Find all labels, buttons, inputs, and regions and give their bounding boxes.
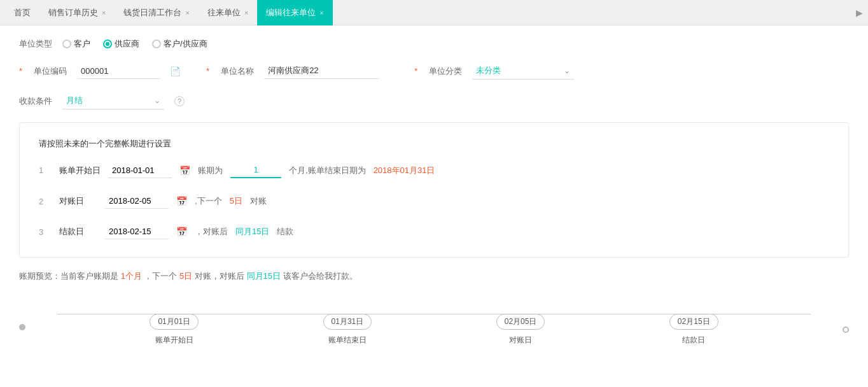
unit-code-label: 单位编码 [34,66,67,77]
period-num-1: 1 [39,165,52,175]
period-months-input[interactable] [230,162,281,178]
radio-customer[interactable]: 客户 [62,38,90,50]
radio-supplier[interactable]: 供应商 [103,38,139,50]
tab-sales-history-label: 销售订单历史 [48,7,98,18]
period-label-2: 对账日 [59,195,97,207]
timeline-node-2: 01月31日 [323,314,372,330]
unit-type-row: 单位类型 客户 供应商 客户/供应商 [19,38,849,50]
radio-both-circle [152,39,161,48]
period-date-3-icon[interactable]: 📅 [176,227,187,237]
period-desc-suffix-2: 对账 [250,195,267,207]
preview-part1: 1个月 [121,271,142,281]
period-end-date-1: 2018年01月31日 [374,165,435,176]
payment-terms-help[interactable]: ? [174,96,185,106]
radio-customer-label: 客户 [74,38,90,50]
period-num-2: 2 [39,197,52,206]
timeline-node-label-3: 对账日 [509,335,532,346]
unit-category-required: * [414,66,417,76]
period-desc-prefix-2: ,下一个 [195,195,222,207]
timeline-item-4: 02月15日 结款日 [669,314,718,346]
radio-both-label: 客户/供应商 [164,38,207,50]
tab-cash-work-label: 钱货日清工作台 [123,7,181,18]
period-desc-prefix-1: 账期为 [198,165,223,176]
period-desc-suffix-3: 结款 [277,226,293,237]
timeline-node-label-4: 结款日 [682,335,705,346]
tab-cash-work[interactable]: 钱货日清工作台 × [115,0,198,25]
timeline-end-dot [843,327,849,333]
period-label-3: 结款日 [59,226,97,237]
period-row-1: 1 账单开始日 📅 账期为 个月,账单结束日期为 2018年01月31日 [39,162,829,178]
unit-code-icon[interactable]: 📄 [170,66,181,76]
radio-customer-circle [62,39,71,48]
radio-supplier-label: 供应商 [115,38,139,50]
period-date-2[interactable] [105,194,169,209]
payment-terms-select[interactable]: 月结 ⌄ [62,92,164,109]
unit-name-label: 单位名称 [221,66,254,77]
preview-mid2: 对账，对账后 [195,271,244,281]
unit-category-label: 单位分类 [429,66,462,77]
timeline-node-3: 02月05日 [496,314,545,330]
payment-terms-value: 月结 [66,95,151,106]
tab-home-label: 首页 [14,7,31,18]
timeline-item-3: 02月05日 对账日 [496,314,545,346]
preview-part2: 5日 [179,271,192,281]
tab-partner[interactable]: 往来单位 × [199,0,257,25]
period-date-1-icon[interactable]: 📅 [179,165,190,176]
unit-code-input[interactable] [77,64,160,79]
timeline-node-label-2: 账单结束日 [328,335,367,346]
unit-type-label: 单位类型 [19,38,52,50]
period-highlight-3: 同月15日 [235,226,269,237]
period-row-3: 3 结款日 📅 ，对账后 同月15日 结款 [39,224,829,239]
period-date-2-icon[interactable]: 📅 [176,196,187,206]
timeline-node-1: 01月01日 [150,314,199,330]
period-box-title: 请按照未来的一个完整帐期进行设置 [39,138,829,150]
timeline-item-2: 01月31日 账单结束日 [323,314,372,346]
unit-name-input[interactable] [264,64,379,79]
payment-terms-row: 收款条件 月结 ⌄ ? [19,92,849,109]
page-content: 单位类型 客户 供应商 客户/供应商 * 单位编码 📄 * 单位名称 * 单位分… [0,25,868,387]
radio-supplier-circle [103,39,112,48]
radio-both[interactable]: 客户/供应商 [152,38,207,50]
tab-bar-arrow[interactable]: ▶ [856,8,863,18]
period-desc-prefix-3: ，对账后 [195,226,228,237]
tab-bar: 首页 销售订单历史 × 钱货日清工作台 × 往来单位 × 编辑往来单位 × ▶ [0,0,868,25]
period-row-2: 2 对账日 📅 ,下一个 5日 对账 [39,194,829,209]
tab-edit-partner[interactable]: 编辑往来单位 × [257,0,332,25]
period-label-1: 账单开始日 [59,165,101,176]
unit-name-required: * [206,66,209,76]
preview-part3: 同月15日 [247,271,281,281]
tab-edit-partner-label: 编辑往来单位 [266,7,316,18]
tab-partner-close[interactable]: × [244,9,248,17]
preview-suffix: 该客户会给我打款。 [283,271,358,281]
unit-category-arrow: ⌄ [564,66,570,75]
timeline: 01月01日 账单开始日 01月31日 账单结束日 02月05日 对账日 02月… [19,301,849,365]
timeline-item-1: 01月01日 账单开始日 [150,314,199,346]
radio-group-unit-type: 客户 供应商 客户/供应商 [62,38,207,50]
unit-category-select[interactable]: 未分类 ⌄ [472,62,574,80]
unit-category-value: 未分类 [476,65,561,76]
tab-sales-history-close[interactable]: × [102,9,106,17]
timeline-items: 01月01日 账单开始日 01月31日 账单结束日 02月05日 对账日 02月… [19,314,849,346]
period-settings-box: 请按照未来的一个完整帐期进行设置 1 账单开始日 📅 账期为 个月,账单结束日期… [19,122,849,258]
period-desc-suffix-1: 个月,账单结束日期为 [289,165,366,176]
timeline-node-label-1: 账单开始日 [155,335,193,346]
tab-cash-work-close[interactable]: × [185,9,189,17]
preview-prefix: 账期预览：当前客户账期是 [19,271,118,281]
unit-info-row: * 单位编码 📄 * 单位名称 * 单位分类 未分类 ⌄ [19,62,849,80]
payment-terms-arrow: ⌄ [154,96,160,105]
tab-sales-history[interactable]: 销售订单历史 × [39,0,115,25]
tab-home[interactable]: 首页 [5,0,39,25]
preview-section: 账期预览：当前客户账期是 1个月 ，下一个 5日 对账，对账后 同月15日 该客… [19,271,849,288]
tab-edit-partner-close[interactable]: × [319,9,323,17]
period-date-1[interactable] [108,163,172,178]
period-num-3: 3 [39,227,52,237]
period-date-3[interactable] [105,224,169,239]
timeline-node-4: 02月15日 [669,314,718,330]
payment-terms-label: 收款条件 [19,95,52,107]
unit-code-required: * [19,66,22,76]
timeline-start-dot [19,324,25,330]
period-highlight-2: 5日 [230,195,242,207]
preview-mid1: ，下一个 [144,271,177,281]
tab-partner-label: 往来单位 [207,7,241,18]
